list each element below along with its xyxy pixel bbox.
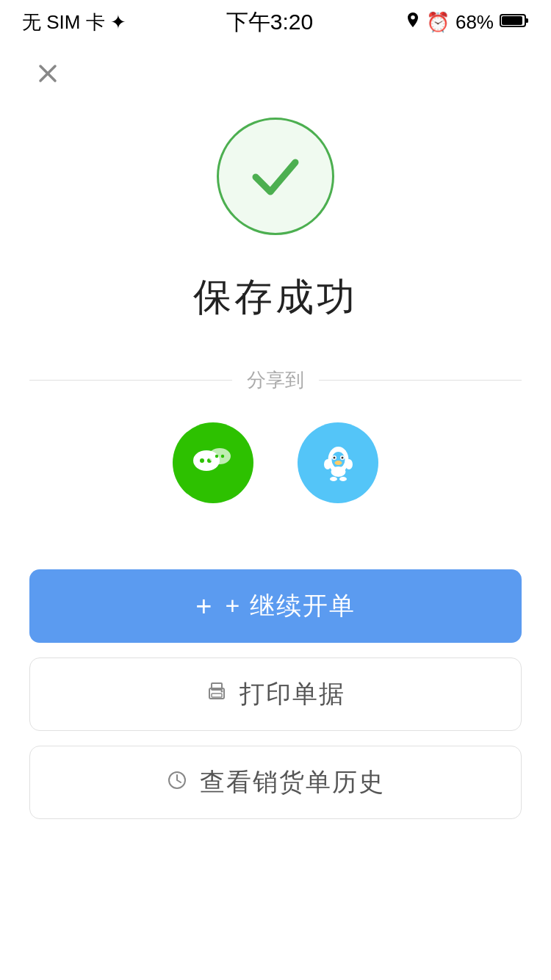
history-icon [166, 769, 188, 796]
sim-status: 无 SIM 卡 ✦ [22, 10, 126, 35]
location-icon [406, 11, 420, 34]
svg-point-9 [215, 455, 218, 458]
svg-point-20 [331, 466, 345, 477]
share-section: 分享到 [0, 367, 551, 503]
print-label: 打印单据 [240, 677, 345, 711]
close-button[interactable] [29, 55, 66, 92]
battery-text: 68% [455, 11, 494, 34]
history-button[interactable]: 查看销货单历史 [29, 746, 522, 819]
svg-rect-2 [502, 16, 522, 25]
action-buttons: + + 继续开单 打印单据 查看销货单历史 [0, 569, 551, 819]
history-label: 查看销货单历史 [200, 765, 385, 799]
svg-point-8 [209, 448, 231, 464]
continue-label: + 继续开单 [225, 589, 355, 623]
status-time: 下午3:20 [226, 7, 313, 37]
svg-point-22 [339, 477, 347, 481]
status-right: ⏰ 68% [406, 11, 529, 34]
share-icons [173, 422, 378, 503]
svg-point-21 [330, 477, 337, 481]
svg-point-26 [221, 690, 223, 692]
status-bar: 无 SIM 卡 ✦ 下午3:20 ⏰ 68% [0, 0, 551, 44]
svg-rect-25 [212, 693, 222, 697]
wechat-share-button[interactable] [173, 422, 253, 503]
plus-icon: + [195, 591, 213, 622]
svg-rect-1 [525, 18, 528, 23]
success-icon [217, 118, 334, 235]
svg-point-10 [221, 455, 224, 458]
main-content: 保存成功 分享到 [0, 44, 551, 819]
success-title: 保存成功 [193, 272, 358, 323]
print-icon [206, 681, 228, 708]
print-button[interactable]: 打印单据 [29, 657, 522, 731]
svg-point-6 [200, 458, 204, 463]
svg-point-19 [345, 459, 353, 469]
share-divider: 分享到 [0, 367, 551, 393]
alarm-icon: ⏰ [426, 11, 450, 34]
svg-point-16 [341, 456, 343, 458]
svg-point-12 [331, 452, 345, 468]
share-line-left [29, 380, 232, 381]
share-label: 分享到 [232, 367, 319, 393]
svg-point-17 [334, 461, 342, 465]
share-line-right [319, 380, 522, 381]
svg-point-15 [333, 456, 335, 458]
svg-point-18 [324, 459, 331, 469]
status-left: 无 SIM 卡 ✦ [22, 10, 134, 35]
battery-icon [500, 11, 529, 34]
continue-button[interactable]: + + 继续开单 [29, 569, 522, 643]
qq-share-button[interactable] [298, 422, 378, 503]
